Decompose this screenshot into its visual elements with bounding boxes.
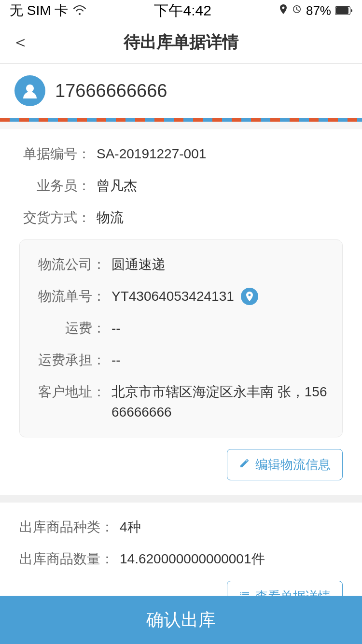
svg-point-2 bbox=[26, 84, 34, 92]
company-row: 物流公司： 圆通速递 bbox=[34, 254, 328, 275]
freight-bearer-row: 运费承担： -- bbox=[34, 350, 328, 370]
confirm-button-label: 确认出库 bbox=[146, 608, 216, 632]
track-location-icon[interactable] bbox=[241, 288, 258, 305]
svg-rect-1 bbox=[336, 7, 348, 14]
product-type-label: 出库商品种类： bbox=[19, 517, 114, 537]
delivery-method-value: 物流 bbox=[91, 208, 343, 228]
company-value: 圆通速递 bbox=[106, 254, 328, 275]
nav-bar: ＜ 待出库单据详情 bbox=[0, 21, 362, 64]
product-quantity-value: 14.620000000000001件 bbox=[114, 549, 343, 569]
status-time: 下午4:42 bbox=[154, 1, 211, 21]
doc-no-row: 单据编号： SA-20191227-001 bbox=[19, 144, 343, 164]
battery-text: 87% bbox=[306, 3, 331, 18]
address-label: 客户地址： bbox=[34, 382, 106, 402]
product-type-value: 4种 bbox=[114, 517, 343, 537]
edit-icon bbox=[239, 457, 251, 472]
sales-person-label: 业务员： bbox=[19, 176, 91, 196]
alarm-icon bbox=[292, 3, 302, 18]
base-info-section: 单据编号： SA-20191227-001 业务员： 曾凡杰 交货方式： 物流 … bbox=[0, 129, 362, 495]
delivery-method-label: 交货方式： bbox=[19, 208, 91, 228]
gray-divider bbox=[0, 495, 362, 503]
doc-no-label: 单据编号： bbox=[19, 144, 91, 164]
wifi-icon bbox=[73, 3, 86, 18]
carrier-text: 无 SIM 卡 bbox=[10, 1, 68, 20]
freight-bearer-value: -- bbox=[106, 350, 328, 370]
freight-bearer-label: 运费承担： bbox=[34, 350, 106, 370]
product-type-row: 出库商品种类： 4种 bbox=[19, 517, 343, 537]
freight-row: 运费： -- bbox=[34, 318, 328, 338]
dashed-divider bbox=[0, 118, 362, 122]
company-label: 物流公司： bbox=[34, 254, 106, 275]
freight-label: 运费： bbox=[34, 318, 106, 338]
address-row: 客户地址： 北京市市辖区海淀区永丰南 张，156 66666666 bbox=[34, 382, 328, 422]
battery-icon bbox=[335, 3, 352, 18]
status-right: 87% bbox=[279, 3, 352, 18]
edit-logistics-button[interactable]: 编辑物流信息 bbox=[227, 449, 343, 480]
tracking-no-value: YT43064053424131 bbox=[106, 286, 328, 307]
edit-logistics-label: 编辑物流信息 bbox=[255, 456, 331, 473]
freight-value: -- bbox=[106, 318, 328, 338]
back-button[interactable]: ＜ bbox=[12, 30, 29, 54]
page-title: 待出库单据详情 bbox=[124, 31, 238, 54]
doc-no-value: SA-20191227-001 bbox=[91, 144, 343, 164]
customer-phone: 17666666666 bbox=[55, 81, 167, 101]
location-icon bbox=[279, 3, 288, 18]
product-quantity-row: 出库商品数量： 14.620000000000001件 bbox=[19, 549, 343, 569]
tracking-no-row: 物流单号： YT43064053424131 bbox=[34, 286, 328, 307]
sales-person-row: 业务员： 曾凡杰 bbox=[19, 176, 343, 196]
sales-person-value: 曾凡杰 bbox=[91, 176, 343, 196]
status-bar: 无 SIM 卡 下午4:42 87% bbox=[0, 0, 362, 21]
address-value: 北京市市辖区海淀区永丰南 张，156 66666666 bbox=[106, 382, 328, 422]
logistics-card: 物流公司： 圆通速递 物流单号： YT43064053424131 运费： -- bbox=[19, 239, 343, 437]
customer-header: 17666666666 bbox=[0, 64, 362, 118]
confirm-button[interactable]: 确认出库 bbox=[0, 596, 362, 644]
avatar bbox=[14, 75, 45, 106]
product-quantity-label: 出库商品数量： bbox=[19, 549, 114, 569]
delivery-method-row: 交货方式： 物流 bbox=[19, 208, 343, 228]
status-left: 无 SIM 卡 bbox=[10, 1, 86, 20]
person-icon bbox=[21, 82, 39, 99]
tracking-no-label: 物流单号： bbox=[34, 286, 106, 307]
edit-btn-area: 编辑物流信息 bbox=[19, 449, 343, 480]
